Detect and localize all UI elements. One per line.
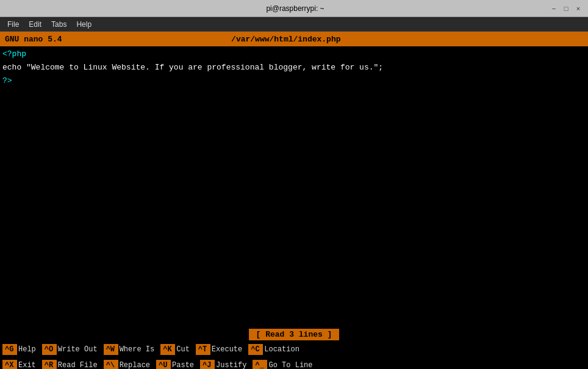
shortcut-cut[interactable]: ^K Cut	[160, 343, 193, 356]
nano-filename: /var/www/html/index.php	[231, 35, 340, 44]
shortcut-bar-row1: ^G Help ^O Write Out ^W Where Is ^K Cut …	[0, 342, 588, 357]
maximize-button[interactable]: □	[561, 4, 571, 13]
shortcut-paste[interactable]: ^U Paste	[156, 359, 198, 369]
shortcut-location[interactable]: ^C Location	[248, 343, 303, 356]
shortcut-execute[interactable]: ^T Execute	[196, 343, 246, 356]
shortcut-key-justify: ^J	[200, 360, 215, 369]
shortcut-label-readfile: Read File	[57, 360, 101, 369]
menu-help[interactable]: Help	[71, 19, 96, 30]
status-message: [ Read 3 lines ]	[249, 329, 340, 340]
shortcut-label-justify: Justify	[215, 360, 250, 369]
shortcut-key-paste: ^U	[156, 360, 171, 369]
shortcut-readfile[interactable]: ^R Read File	[42, 359, 101, 369]
shortcut-key-gotoline: ^_	[253, 360, 267, 369]
shortcut-help[interactable]: ^G Help	[2, 343, 40, 356]
code-line-3: ?>	[0, 74, 588, 88]
shortcut-justify[interactable]: ^J Justify	[200, 359, 250, 369]
shortcut-key-help: ^G	[2, 344, 17, 355]
shortcut-label-help: Help	[17, 345, 40, 354]
shortcut-key-cut: ^K	[160, 344, 175, 355]
shortcut-key-execute: ^T	[196, 344, 210, 355]
shortcut-label-writeout: Write Out	[57, 345, 101, 354]
shortcut-bar-row2: ^X Exit ^R Read File ^\ Replace ^U Paste…	[0, 357, 588, 369]
shortcut-label-whereis: Where Is	[118, 345, 159, 354]
shortcut-label-gotoline: Go To Line	[267, 360, 316, 369]
nano-header: GNU nano 5.4 /var/www/html/index.php	[0, 32, 588, 46]
code-line-1: <?php	[0, 48, 588, 61]
menu-edit[interactable]: Edit	[24, 19, 46, 30]
shortcut-label-replace: Replace	[118, 360, 154, 369]
shortcut-key-replace: ^\	[104, 360, 118, 369]
shortcut-key-writeout: ^O	[42, 344, 57, 355]
shortcut-label-exit: Exit	[17, 360, 40, 369]
menu-file[interactable]: File	[2, 19, 24, 30]
shortcut-label-paste: Paste	[171, 360, 198, 369]
code-line-2: echo "Welcome to Linux Website. If you a…	[0, 61, 588, 74]
close-button[interactable]: ×	[573, 4, 583, 13]
nano-version: GNU nano 5.4	[5, 35, 62, 44]
status-bar: [ Read 3 lines ]	[0, 327, 588, 342]
shortcut-key-whereis: ^W	[104, 344, 118, 355]
editor-area[interactable]: <?php echo "Welcome to Linux Website. If…	[0, 46, 588, 327]
echo-statement: echo "Welcome to Linux Website. If you a…	[2, 61, 383, 74]
shortcut-key-readfile: ^R	[42, 360, 57, 369]
window-title: pi@raspberrypi: ~	[41, 4, 549, 13]
minimize-button[interactable]: −	[549, 4, 559, 13]
shortcut-key-exit: ^X	[2, 360, 17, 369]
shortcut-replace[interactable]: ^\ Replace	[104, 359, 154, 369]
menu-tabs[interactable]: Tabs	[46, 19, 71, 30]
shortcut-key-location: ^C	[248, 344, 263, 355]
shortcut-label-execute: Execute	[210, 345, 246, 354]
window-controls[interactable]: − □ ×	[549, 4, 583, 13]
shortcut-writeout[interactable]: ^O Write Out	[42, 343, 101, 356]
shortcut-exit[interactable]: ^X Exit	[2, 359, 40, 369]
menu-bar: File Edit Tabs Help	[0, 17, 588, 32]
php-open-tag: <?php	[2, 48, 26, 61]
shortcut-label-cut: Cut	[175, 345, 193, 354]
shortcut-whereis[interactable]: ^W Where Is	[104, 343, 159, 356]
shortcut-gotoline[interactable]: ^_ Go To Line	[253, 359, 316, 369]
shortcut-label-location: Location	[263, 345, 303, 354]
php-close-tag: ?>	[2, 74, 12, 88]
title-bar: pi@raspberrypi: ~ − □ ×	[0, 0, 588, 17]
